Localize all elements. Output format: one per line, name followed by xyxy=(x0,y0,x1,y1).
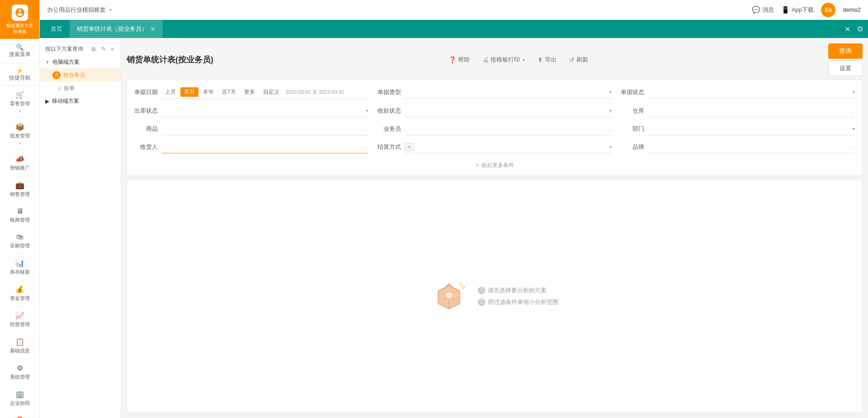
add-scheme-icon[interactable]: ⊕ xyxy=(90,44,97,53)
tab-close-action[interactable]: ✕ xyxy=(843,23,852,35)
header-dropdown-icon[interactable]: ▾ xyxy=(109,7,112,12)
warehouse-label: 仓库 xyxy=(621,107,644,115)
receiptstatus-select[interactable]: ▾ xyxy=(405,108,612,113)
filter-row-1: 单据日期 上月 本月 本年 近7天 更多 自定义 2023-03-01 至 20… xyxy=(134,86,855,99)
sidebar-item-enterprise[interactable]: 🏢 企业协同 xyxy=(0,385,39,412)
date-tabs: 上月 本月 本年 近7天 更多 自定义 2023-03-01 至 2023-03… xyxy=(161,87,368,97)
brand-select[interactable]: … xyxy=(648,144,855,150)
docstatus-arrow: ▾ xyxy=(853,90,855,95)
sidebar-quicknav[interactable]: ⚡ 快捷导航 xyxy=(0,63,39,86)
template-print-action[interactable]: 🖨 按模板打印 ▾ xyxy=(479,54,528,66)
warehouse-select[interactable]: … xyxy=(648,108,855,114)
tab-bar: 首页 销货单统计表（按业务员） ✕ ✕ ⧉ xyxy=(40,20,868,38)
scheme-item-salesperson[interactable]: 员 按业务员 xyxy=(40,68,121,82)
filter-salesperson: 业务员 … xyxy=(377,123,612,135)
outstatus-control[interactable]: ▾ xyxy=(161,104,368,117)
date-tab-lastmonth[interactable]: 上月 xyxy=(161,87,179,97)
salesperson-select[interactable]: … xyxy=(405,126,612,132)
tab-sales-report[interactable]: 销货单统计表（按业务员） ✕ xyxy=(70,20,163,38)
tab-window-action[interactable]: ⧉ xyxy=(856,23,864,35)
brand-label: 品牌 xyxy=(621,143,644,151)
message-icon: 💬 xyxy=(752,6,760,14)
goods-select[interactable]: … xyxy=(161,126,368,132)
dept-arrow: ▾ xyxy=(853,126,855,131)
brand-control[interactable]: … xyxy=(648,141,855,153)
sidebar-item-basic[interactable]: 📋 基础信息 xyxy=(0,333,39,359)
sidebar-item-ecommerce[interactable]: 🖥 电商管理 xyxy=(0,203,39,228)
warehouse-control[interactable]: … xyxy=(648,104,855,117)
refresh-action[interactable]: ↺ 刷新 xyxy=(566,54,592,66)
message-action[interactable]: 💬 消息 xyxy=(752,6,774,14)
receiptstatus-control[interactable]: ▾ xyxy=(405,104,612,117)
doctype-select[interactable]: ▾ xyxy=(405,90,612,95)
sidebar-item-finance[interactable]: 💰 资金管理 xyxy=(0,280,39,307)
consignee-select[interactable]: … xyxy=(161,144,368,150)
dept-control[interactable]: ▾ xyxy=(648,123,855,135)
date-tab-more[interactable]: 更多 xyxy=(241,87,259,97)
filter-goods: 商品 … xyxy=(134,123,368,135)
sidebar-item-wholesale[interactable]: 📦 批发管理 ▲ xyxy=(0,118,39,150)
app-download-action[interactable]: 📱 App下载 xyxy=(781,6,814,14)
sidebar-retail-icon: 🛒 xyxy=(15,90,24,99)
sidebar-item-retail[interactable]: 🛒 零售管理 ▲ xyxy=(0,86,39,118)
collapse-bar[interactable]: ∧ 收起更多条件 xyxy=(134,159,855,170)
mobile-group-expand-icon: ▶ xyxy=(45,98,49,104)
sidebar-wholesale-icon: 📦 xyxy=(15,123,24,131)
date-range: 2023-03-01 至 2023-03-31 xyxy=(286,89,344,95)
settings-button[interactable]: 设置 xyxy=(828,61,863,76)
date-label: 单据日期 xyxy=(134,88,158,96)
scheme-item-order[interactable]: ≡ 按单 xyxy=(40,82,121,95)
docstatus-select[interactable]: ▾ xyxy=(648,90,855,95)
docstatus-control[interactable]: ▾ xyxy=(648,86,855,99)
content-area: 按以下方案查询 ⊕ ✎ « ▼ 电脑端方案 员 按业务员 ≡ 按 xyxy=(40,38,868,418)
sidebar-item-operations[interactable]: 📈 经营管理 xyxy=(0,307,39,333)
user-avatar[interactable]: Ea xyxy=(821,3,835,17)
sidebar-logo-icon xyxy=(12,5,28,21)
sidebar-basic-icon: 📋 xyxy=(15,337,24,346)
outstatus-select[interactable]: ▾ xyxy=(161,108,368,113)
date-tab-custom[interactable]: 自定义 xyxy=(259,87,283,97)
sidebar-item-purchase[interactable]: 🛍 采购管理 xyxy=(0,228,39,254)
sidebar-ecommerce-icon: 🖥 xyxy=(16,207,24,215)
dept-select[interactable]: ▾ xyxy=(648,126,855,131)
pc-scheme-group-title[interactable]: ▼ 电脑端方案 xyxy=(40,56,121,68)
sidebar-logo[interactable]: 畅捷通好生意 标准版 xyxy=(0,0,39,39)
date-tab-7days[interactable]: 近7天 xyxy=(218,87,240,97)
filter-brand: 品牌 … xyxy=(621,141,855,153)
filter-outstatus: 出库状态 ▾ xyxy=(134,104,368,117)
payment-clear-icon[interactable]: × xyxy=(408,144,411,150)
mobile-scheme-group[interactable]: ▶ 移动端方案 xyxy=(40,95,121,107)
sidebar-inventory-icon: 📊 xyxy=(15,259,24,267)
goods-control[interactable]: … xyxy=(161,123,368,135)
goods-dots: … xyxy=(363,126,368,132)
sidebar-search[interactable]: 🔍 搜索菜单 xyxy=(0,39,39,63)
consignee-control[interactable]: … xyxy=(161,141,368,153)
date-tab-thismonth[interactable]: 本月 xyxy=(180,87,198,97)
filter-consignee: 收货人 … xyxy=(134,141,368,153)
sidebar-item-newbie[interactable]: 🎯 新手引导 xyxy=(0,412,39,418)
tab-close-icon[interactable]: ✕ xyxy=(150,26,156,32)
empty-icon: ! xyxy=(431,278,467,314)
sidebar-item-sales[interactable]: 💼 销售管理 xyxy=(0,176,39,203)
sidebar-purchase-icon: 🛍 xyxy=(16,233,24,241)
sidebar-item-system[interactable]: ⚙ 系统管理 xyxy=(0,359,39,385)
edit-scheme-icon[interactable]: ✎ xyxy=(100,44,107,53)
tab-home[interactable]: 首页 xyxy=(43,20,70,38)
empty-area: ! 1 请先选择要分析的方案 2 xyxy=(127,180,863,413)
scheme-salesperson-icon: 员 xyxy=(52,71,61,79)
sidebar-newbie-icon: 🎯 xyxy=(15,416,24,418)
consignee-dots: … xyxy=(363,144,368,150)
doctype-control[interactable]: ▾ xyxy=(405,86,612,99)
date-tab-thisyear[interactable]: 本年 xyxy=(199,87,217,97)
help-icon: ❓ xyxy=(448,56,456,63)
salesperson-control[interactable]: … xyxy=(405,123,612,135)
sidebar-item-marketing[interactable]: 📣 营销推广 xyxy=(0,150,39,176)
export-action[interactable]: ⬆ 导出 xyxy=(534,54,560,66)
help-action[interactable]: ❓ 帮助 xyxy=(445,54,473,66)
warehouse-dots: … xyxy=(849,108,855,114)
dept-label: 部门 xyxy=(621,125,644,133)
sidebar-item-inventory[interactable]: 📊 库存核算 xyxy=(0,254,39,280)
page-title-bar: 销货单统计表(按业务员) ❓ 帮助 🖨 按模板打印 ▾ ⬆ 导出 xyxy=(127,43,863,76)
query-button[interactable]: 查询 xyxy=(828,43,863,59)
collapse-panel-icon[interactable]: « xyxy=(110,44,115,53)
